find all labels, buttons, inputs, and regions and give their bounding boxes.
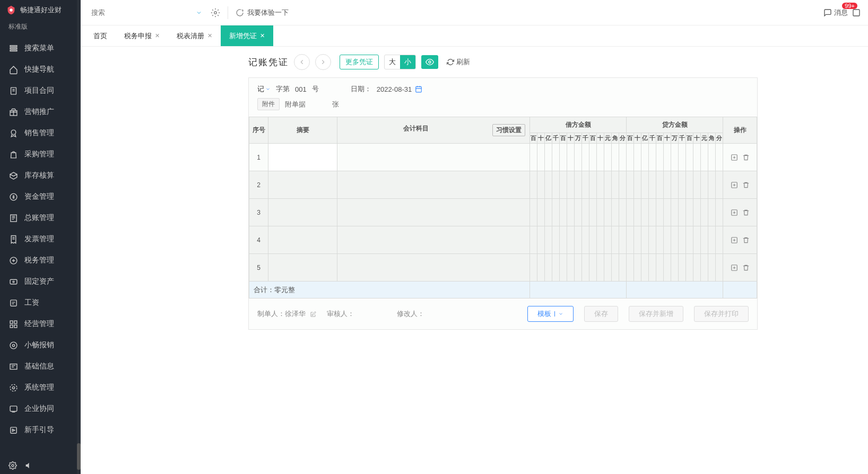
close-icon[interactable]: ✕	[207, 32, 212, 39]
subject-cell[interactable]	[337, 199, 530, 226]
brand: 畅捷通好业财	[0, 0, 77, 20]
svg-rect-12	[10, 300, 16, 305]
sidebar-item-sys[interactable]: 系统管理	[0, 377, 77, 398]
sidebar-item-info[interactable]: 基础信息	[0, 356, 77, 377]
sidebar-item-home[interactable]: 快捷导航	[0, 59, 77, 80]
add-row-icon[interactable]	[731, 236, 738, 244]
size-big[interactable]: 大	[385, 55, 400, 69]
search-input[interactable]	[91, 8, 193, 16]
svg-rect-16	[14, 324, 16, 327]
more-voucher-button[interactable]: 更多凭证	[340, 55, 379, 69]
close-icon[interactable]: ✕	[155, 32, 160, 39]
close-icon[interactable]: ✕	[260, 32, 265, 39]
sidebar-item-mgmt[interactable]: 经营管理	[0, 313, 77, 335]
svg-point-6	[11, 130, 16, 135]
subject-cell[interactable]	[337, 226, 530, 254]
tab-新增凭证[interactable]: 新增凭证✕	[221, 25, 273, 46]
bag-icon	[8, 150, 18, 159]
expand-icon[interactable]	[852, 8, 861, 17]
tab-税表清册[interactable]: 税表清册✕	[168, 25, 221, 46]
table-row: 5	[249, 254, 757, 282]
delete-row-icon[interactable]	[742, 236, 750, 244]
svg-point-17	[10, 342, 17, 349]
summary-input-cell[interactable]	[268, 144, 337, 171]
template-button[interactable]: 模板	[527, 306, 574, 322]
add-row-icon[interactable]	[731, 181, 738, 189]
chevron-down-icon[interactable]	[554, 311, 563, 317]
table-row: 2	[249, 171, 757, 199]
prev-button[interactable]	[294, 54, 310, 70]
delete-row-icon[interactable]	[742, 154, 750, 161]
box-icon	[8, 171, 18, 180]
refresh-button[interactable]: 刷新	[447, 57, 470, 67]
sidebar-scrollbar[interactable]	[77, 0, 81, 474]
message-button[interactable]: 消息 99+	[823, 8, 848, 17]
sidebar-item-bag[interactable]: 采购管理	[0, 144, 77, 165]
sidebar-item-badge[interactable]: 销售管理	[0, 122, 77, 144]
date-input[interactable]: 2022-08-31	[377, 85, 423, 93]
tax-icon	[8, 256, 18, 265]
list-icon	[8, 43, 18, 53]
edit-icon[interactable]	[310, 311, 316, 318]
preview-button[interactable]	[421, 55, 438, 69]
sidebar-bottom	[0, 457, 77, 474]
voucher-number-input[interactable]: 001	[295, 85, 307, 93]
summary-cell[interactable]	[268, 199, 337, 226]
save-print-button[interactable]: 保存并打印	[694, 306, 749, 322]
volume-icon[interactable]	[24, 461, 33, 470]
home-icon	[8, 65, 18, 74]
experience-link[interactable]: 我要体验一下	[236, 8, 289, 17]
delete-row-icon[interactable]	[742, 181, 750, 189]
sidebar-item-ledger[interactable]: 总账管理	[0, 207, 77, 229]
delete-row-icon[interactable]	[742, 264, 750, 271]
habit-settings-button[interactable]: 习惯设置	[492, 124, 525, 136]
summary-cell[interactable]	[268, 171, 337, 199]
collab-icon	[8, 404, 18, 414]
attachment-button[interactable]: 附件	[257, 98, 280, 110]
sidebar-item-tax[interactable]: 税务管理	[0, 250, 77, 271]
summary-cell[interactable]	[268, 226, 337, 254]
subject-cell[interactable]	[337, 254, 530, 282]
nav: 搜索菜单快捷导航项目合同营销推广销售管理采购管理库存核算资金管理总账管理发票管理…	[0, 33, 77, 457]
add-row-icon[interactable]	[731, 154, 738, 161]
summary-input[interactable]	[271, 146, 335, 167]
sidebar-item-asset[interactable]: 固定资产	[0, 271, 77, 292]
sidebar-item-gift[interactable]: 营销推广	[0, 101, 77, 122]
size-small[interactable]: 小	[400, 55, 415, 69]
add-row-icon[interactable]	[731, 264, 738, 271]
sidebar-item-coin[interactable]: 资金管理	[0, 186, 77, 207]
sidebar-item-box[interactable]: 库存核算	[0, 165, 77, 186]
sidebar-item-receipt[interactable]: 发票管理	[0, 229, 77, 250]
svg-rect-1	[10, 45, 17, 46]
sidebar-item-collab[interactable]: 企业协同	[0, 398, 77, 419]
page-title: 记账凭证	[248, 56, 289, 68]
settings-icon[interactable]	[211, 8, 220, 17]
svg-point-19	[12, 387, 14, 389]
sidebar-item-guide[interactable]: 新手引导	[0, 419, 77, 441]
table-row: 4	[249, 226, 757, 254]
brand-name: 畅捷通好业财	[20, 5, 62, 15]
tab-首页[interactable]: 首页	[85, 25, 116, 46]
sidebar-item-salary[interactable]: 工资	[0, 292, 77, 313]
summary-cell[interactable]	[268, 254, 337, 282]
tabs: 首页税务申报✕税表清册✕新增凭证✕	[81, 25, 868, 47]
svg-rect-22	[10, 427, 16, 433]
add-row-icon[interactable]	[731, 209, 738, 216]
chevron-down-icon[interactable]	[196, 10, 202, 16]
divider	[228, 6, 228, 19]
delete-row-icon[interactable]	[742, 209, 750, 216]
voucher-card: 记 字第 001 号 日期： 2022-08-31	[248, 77, 758, 330]
sidebar-item-reimburse[interactable]: 小畅报销	[0, 335, 77, 356]
save-button[interactable]: 保存	[584, 306, 618, 322]
voucher-book-select[interactable]: 记	[257, 84, 271, 94]
sidebar-item-list[interactable]: 搜索菜单	[0, 38, 77, 59]
gear-icon[interactable]	[8, 461, 17, 470]
save-new-button[interactable]: 保存并新增	[629, 306, 683, 322]
subject-cell[interactable]	[337, 144, 530, 171]
sidebar: 畅捷通好业财 标准版 搜索菜单快捷导航项目合同营销推广销售管理采购管理库存核算资…	[0, 0, 77, 474]
svg-rect-10	[10, 279, 17, 284]
next-button[interactable]	[315, 54, 331, 70]
tab-税务申报[interactable]: 税务申报✕	[116, 25, 168, 46]
subject-cell[interactable]	[337, 171, 530, 199]
sidebar-item-doc[interactable]: 项目合同	[0, 80, 77, 101]
